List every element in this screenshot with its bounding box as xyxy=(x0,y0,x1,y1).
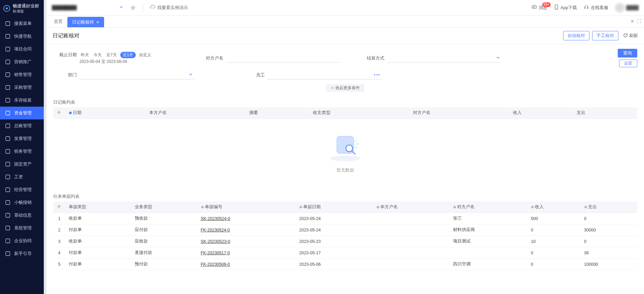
cell-doc-date: 2023-05-23 xyxy=(296,236,373,247)
column-settings-icon[interactable] xyxy=(53,107,65,119)
tenant-selector[interactable]: ████████ xyxy=(52,5,112,10)
demo-link[interactable]: 我要看实例演示 xyxy=(150,4,188,11)
settings-button[interactable]: 设置 xyxy=(619,60,637,67)
sidebar-item[interactable]: 资金管理 xyxy=(0,107,44,119)
sidebar-item-icon xyxy=(5,72,11,78)
collapse-filters-button[interactable]: 收起更多条件 xyxy=(326,84,364,92)
sidebar-item-icon xyxy=(5,33,11,39)
refresh-button[interactable]: 刷新 xyxy=(623,33,638,39)
sidebar-item[interactable]: 系统管理 xyxy=(0,222,44,234)
app-download-label: App下载 xyxy=(560,5,577,11)
sidebar-item[interactable]: 税务管理 xyxy=(0,145,44,158)
sidebar-item[interactable]: 采购管理 xyxy=(0,81,44,94)
cell-expense: 0 xyxy=(581,236,637,247)
cell-doc-no[interactable]: FK-20230517-0 xyxy=(197,247,296,259)
table-column-header[interactable]: ◆支出 xyxy=(581,201,637,213)
date-quick-option[interactable]: 近7天 xyxy=(105,52,118,58)
sidebar-item[interactable]: 企业协同 xyxy=(0,234,44,247)
table-row[interactable]: 5付款单预付款FK-20230506-02023-05-06四川空调010000… xyxy=(53,259,637,270)
sidebar-item[interactable]: 工资 xyxy=(0,171,44,183)
more-icon: ••• xyxy=(374,72,381,77)
cell-doc-no[interactable]: SK-20230523-0 xyxy=(197,236,296,247)
date-quick-option[interactable]: 自定义 xyxy=(138,52,153,58)
table-column-header[interactable]: ◆日期 xyxy=(65,107,146,119)
chevron-down-icon[interactable] xyxy=(119,5,123,10)
date-range-display: 2023-05-04 至 2023-06-04 xyxy=(79,59,153,65)
page-title: 日记账核对 xyxy=(53,32,79,39)
user-menu[interactable]: ████ xyxy=(615,3,639,12)
sidebar-item-label: 采购管理 xyxy=(14,84,32,90)
sidebar-item[interactable]: 库存核算 xyxy=(0,94,44,107)
sort-icon: ◆ xyxy=(299,204,302,209)
query-button[interactable]: 查询 xyxy=(618,49,637,58)
date-quick-option[interactable]: 近1月 xyxy=(120,52,136,58)
sidebar-item[interactable]: 总账管理 xyxy=(0,119,44,132)
table-column-header[interactable]: ◆单据编号 xyxy=(197,201,296,213)
tab-close-icon[interactable]: ✕ xyxy=(96,20,99,25)
table-column-header[interactable]: ◆单据日期 xyxy=(296,201,373,213)
table-column-header[interactable]: 对方户名 xyxy=(410,107,510,119)
table-column-header[interactable]: 收支类型 xyxy=(310,107,410,119)
sidebar-item-icon xyxy=(5,148,11,154)
sidebar-item[interactable]: 发票管理 xyxy=(0,132,44,145)
tab-close-all-icon[interactable]: ✕ xyxy=(631,19,634,24)
dept-select[interactable] xyxy=(79,71,194,79)
settle-method-select[interactable] xyxy=(387,54,502,63)
tab[interactable]: 首页 xyxy=(49,15,67,27)
cell-doc-type: 付款单 xyxy=(65,259,131,270)
sidebar-item-icon xyxy=(5,97,11,103)
emp-label: 员工 xyxy=(241,72,265,78)
table-row[interactable]: 3收款单应收款SK-20230523-02023-05-23项目测试100 xyxy=(53,236,637,247)
table-column-header[interactable]: 摘要 xyxy=(246,107,310,119)
sidebar-item[interactable]: 销售管理 xyxy=(0,68,44,81)
sidebar-item-label: 项目合同 xyxy=(14,46,32,52)
sidebar-item[interactable]: 快捷导航 xyxy=(0,30,44,43)
sidebar-item[interactable]: 经营管理 xyxy=(0,183,44,196)
counterparty-input[interactable] xyxy=(226,54,341,63)
sidebar-item[interactable]: 营销推广 xyxy=(0,56,44,68)
table-column-header[interactable]: 本方户名 xyxy=(146,107,246,119)
cell-doc-no[interactable]: FK-20230524-0 xyxy=(197,224,296,236)
sidebar-item[interactable]: 搜索菜单 xyxy=(0,17,44,30)
tab[interactable]: 日记账核对✕ xyxy=(67,17,104,27)
table-column-header[interactable]: 支出 xyxy=(573,107,637,119)
sidebar-item[interactable]: 小畅报销 xyxy=(0,196,44,209)
app-download-button[interactable]: App下载 xyxy=(554,4,577,11)
table-row[interactable]: 1收款单预收款SK-20230524-02023-05-24张三5000 xyxy=(53,213,637,224)
sidebar-item[interactable]: 新手引导 xyxy=(0,247,44,260)
sidebar-item-icon xyxy=(5,21,11,27)
cell-doc-no[interactable]: FK-20230506-0 xyxy=(197,259,296,270)
date-quick-options: 昨天今天近7天近1月自定义 xyxy=(79,52,153,58)
service-button[interactable]: 在线客服 xyxy=(584,4,608,11)
messages-button[interactable]: 消息 99+ xyxy=(532,4,547,11)
date-quick-option[interactable]: 今天 xyxy=(92,52,103,58)
sidebar-item[interactable]: 项目合同 xyxy=(0,43,44,56)
sidebar-item[interactable]: 固定资产 xyxy=(0,158,44,171)
tab-expand-icon[interactable]: ⛶ xyxy=(637,19,641,24)
table-column-header[interactable]: 业务类型 xyxy=(131,201,197,213)
manual-check-button[interactable]: 手工核对 xyxy=(592,31,618,40)
table-column-header[interactable]: ◆收入 xyxy=(527,201,581,213)
table-row[interactable]: 2付款单应付款FK-20230524-02023-05-24材料供应商03000… xyxy=(53,224,637,236)
table-row[interactable]: 4付款单直接付款FK-20230517-02023-05-17036 xyxy=(53,247,637,259)
employee-select[interactable]: ••• xyxy=(267,71,382,79)
date-quick-option[interactable]: 昨天 xyxy=(79,52,90,58)
table-column-header[interactable]: 单据类型 xyxy=(65,201,131,213)
sidebar-resize-handle[interactable] xyxy=(44,0,46,294)
auto-check-button[interactable]: 自动核对 xyxy=(563,31,589,40)
cell-our-account xyxy=(373,247,450,259)
cell-income: 0 xyxy=(527,247,581,259)
cell-doc-no[interactable]: SK-20230524-0 xyxy=(197,213,296,224)
cell-doc-type: 收款单 xyxy=(65,213,131,224)
table-column-header[interactable]: ◆本方户名 xyxy=(373,201,450,213)
gear-icon[interactable] xyxy=(130,5,136,11)
avatar xyxy=(615,3,624,12)
brand-edition: 标准版 xyxy=(13,9,39,14)
table-column-header[interactable]: 收入 xyxy=(510,107,574,119)
journal-section-title: 日记账列表 xyxy=(46,96,644,107)
sidebar-item[interactable]: 基础信息 xyxy=(0,209,44,222)
column-settings-icon[interactable] xyxy=(53,201,65,213)
cell-biz-type: 应收款 xyxy=(131,236,197,247)
table-column-header[interactable]: ◆对方户名 xyxy=(450,201,527,213)
sidebar-item-icon xyxy=(5,161,11,167)
